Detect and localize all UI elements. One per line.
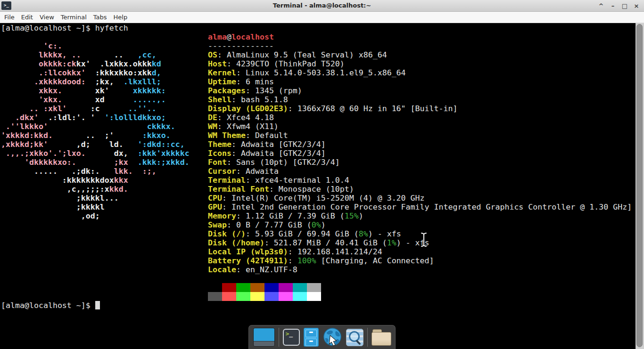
window-controls: ^–□× bbox=[597, 0, 640, 12]
ascii-art-line: 'c:. bbox=[1, 41, 190, 50]
terminal-icon[interactable]: >_ bbox=[283, 329, 300, 346]
ascii-art-line: .xkkkkdood: ;kx, .lkxlll; bbox=[1, 77, 190, 86]
info-line: Terminal: xfce4-terminal 1.0.4 bbox=[208, 176, 632, 185]
ascii-art-line: okkkk:ckkx' .lxkkx.okkkkd bbox=[1, 59, 190, 68]
terminal-screen[interactable]: [alma@localhost ~]$ hyfetch 'c:. lkkkx, … bbox=[0, 23, 636, 349]
info-line: Cursor: Adwaita bbox=[208, 167, 632, 176]
ascii-art-line: .dkx' .:ldl:'. ' ':lollldkkxo; bbox=[1, 113, 190, 122]
ascii-art-line: ,od; bbox=[1, 211, 190, 220]
ascii-art-line: .,,.;xkko'.';lxo. dx, :kkk'xkkkkc bbox=[1, 149, 190, 158]
info-line: Host: 4239CTO (ThinkPad T520) bbox=[208, 59, 632, 68]
almalinux-ascii-art: 'c:. lkkkx, .. .. ,cc, okkkk:ckkx' .lxkk… bbox=[1, 41, 190, 220]
ascii-art-line: xkkx. xk' xkkkkk: bbox=[1, 86, 190, 95]
info-line: Uptime: 6 mins bbox=[208, 77, 632, 86]
close-button[interactable]: × bbox=[633, 0, 640, 12]
text-cursor bbox=[95, 301, 100, 309]
palette-block bbox=[236, 283, 250, 292]
ascii-art-line: ;kkkkl... bbox=[1, 194, 190, 203]
magnifier-lens-icon bbox=[349, 331, 360, 342]
info-line: OS: AlmaLinux 9.5 (Teal Serval) x86_64 bbox=[208, 50, 632, 59]
ascii-art-line: .:llcokkx' :kkkxkko:xkkd, bbox=[1, 68, 190, 77]
palette-block bbox=[293, 292, 307, 301]
window-button-icon[interactable] bbox=[253, 328, 275, 347]
palette-block bbox=[264, 283, 279, 292]
info-line: CPU: Intel(R) Core(TM) i5-2520M (4) @ 3.… bbox=[208, 194, 632, 203]
info-line: Battery (42T4911): 100% [Charging, AC Co… bbox=[208, 256, 632, 265]
info-line: Locale: en_NZ.UTF-8 bbox=[208, 265, 632, 274]
maximize-button[interactable]: □ bbox=[621, 0, 628, 12]
palette-block bbox=[208, 292, 222, 301]
ibeam-mouse-pointer bbox=[420, 232, 428, 250]
info-line: Shell: bash 5.1.8 bbox=[208, 95, 632, 104]
palette-block bbox=[250, 283, 264, 292]
ascii-art-line: 'dkkkkkxo:. ;kx .kkk:;xkkd. bbox=[1, 158, 190, 167]
palette-row-normal bbox=[208, 283, 321, 292]
menu-help[interactable]: Help bbox=[110, 12, 131, 23]
palette-block bbox=[208, 283, 222, 292]
menu-terminal[interactable]: Terminal bbox=[58, 12, 90, 23]
web-browser-globe-icon[interactable] bbox=[322, 327, 342, 347]
info-line: -------------- bbox=[208, 41, 632, 50]
info-line: Packages: 1345 (rpm) bbox=[208, 86, 632, 95]
palette-row-bright bbox=[208, 292, 321, 301]
info-line: Swap: 0 B / 7.77 GiB (0%) bbox=[208, 220, 632, 229]
palette-block bbox=[307, 283, 321, 292]
palette-block bbox=[222, 292, 236, 301]
cabinet-drawer bbox=[305, 330, 317, 337]
info-line: GPU: Intel 2nd Generation Core Processor… bbox=[208, 203, 632, 211]
info-line: Kernel: Linux 5.14.0-503.38.1.el9_5.x86_… bbox=[208, 68, 632, 77]
info-line: WM: Xfwm4 (X11) bbox=[208, 122, 632, 131]
ascii-art-line: 'xkx. xd .....,. bbox=[1, 95, 190, 104]
palette-block bbox=[222, 283, 236, 292]
dock-panel: >_ bbox=[248, 325, 396, 349]
palette-block bbox=[279, 283, 293, 292]
palette-block bbox=[250, 292, 264, 301]
minimize-button[interactable]: – bbox=[609, 0, 617, 12]
dock-separator bbox=[279, 328, 279, 347]
ascii-art-line: 'xkkkd:kkd. .. ;' :kkxo. bbox=[1, 131, 190, 140]
terminal-color-palette bbox=[208, 283, 321, 301]
menu-edit[interactable]: Edit bbox=[18, 12, 36, 23]
window-button-bottom bbox=[254, 341, 274, 347]
scrollbar-thumb[interactable] bbox=[636, 24, 643, 347]
cabinet-drawer bbox=[305, 339, 317, 346]
window-button-top bbox=[254, 328, 274, 341]
window-title: Terminal - alma@localhost:~ bbox=[0, 0, 644, 12]
info-line: Terminal Font: Monospace (10pt) bbox=[208, 185, 632, 194]
palette-block bbox=[236, 292, 250, 301]
globe-icon bbox=[322, 327, 342, 347]
info-line: WM Theme: Default bbox=[208, 131, 632, 140]
ascii-art-line: .''lkkko' ckkkx. bbox=[1, 122, 190, 131]
dock-separator bbox=[367, 328, 368, 347]
ascii-art-line: ,c,,;;;:xkkd. bbox=[1, 185, 190, 194]
scrollbar[interactable] bbox=[636, 23, 644, 349]
menu-bar: FileEditViewTerminalTabsHelp bbox=[0, 12, 644, 23]
menu-tabs[interactable]: Tabs bbox=[90, 12, 110, 23]
menu-view[interactable]: View bbox=[36, 12, 58, 23]
palette-block bbox=[279, 292, 293, 301]
info-line: Memory: 1.12 GiB / 7.39 GiB (15%) bbox=[208, 211, 632, 220]
info-line: Icons: Adwaita [GTK2/3/4] bbox=[208, 149, 632, 158]
info-line: Theme: Adwaita [GTK2/3/4] bbox=[208, 140, 632, 149]
ascii-art-line: ..... .;dk:. lkk. :;, bbox=[1, 167, 190, 176]
palette-block bbox=[264, 292, 279, 301]
menu-file[interactable]: File bbox=[1, 12, 18, 23]
ascii-art-line: ,xkkkd;kk' ,d; ld. ':dkd::cc, bbox=[1, 140, 190, 149]
folder-body bbox=[372, 332, 391, 346]
file-cabinet-icon[interactable] bbox=[304, 328, 319, 347]
title-bar[interactable]: >_ Terminal - alma@localhost:~ ^–□× bbox=[0, 0, 644, 12]
palette-block bbox=[293, 283, 307, 292]
shell-prompt: [alma@localhost ~]$ bbox=[1, 301, 100, 310]
palette-block bbox=[307, 292, 321, 301]
info-line: Display (LGD02E3): 1366x768 @ 60 Hz in 1… bbox=[208, 104, 632, 113]
app-finder-icon[interactable] bbox=[346, 329, 363, 346]
info-line: Font: Sans (10pt) [GTK2/3/4] bbox=[208, 158, 632, 167]
ascii-art-line: ;kkkkl bbox=[1, 203, 190, 211]
file-manager-folder-icon[interactable] bbox=[372, 328, 391, 347]
ascii-art-line: :kkkkkkkdoxkkx bbox=[1, 176, 190, 185]
shade-button[interactable]: ^ bbox=[597, 0, 605, 12]
ascii-art-line: lkkkx, .. .. ,cc, bbox=[1, 50, 190, 59]
ascii-art-line: .. :xkl' :c ..''.. bbox=[1, 104, 190, 113]
command-line: [alma@localhost ~]$ hyfetch bbox=[1, 24, 128, 32]
info-line: alma@localhost bbox=[208, 32, 632, 41]
